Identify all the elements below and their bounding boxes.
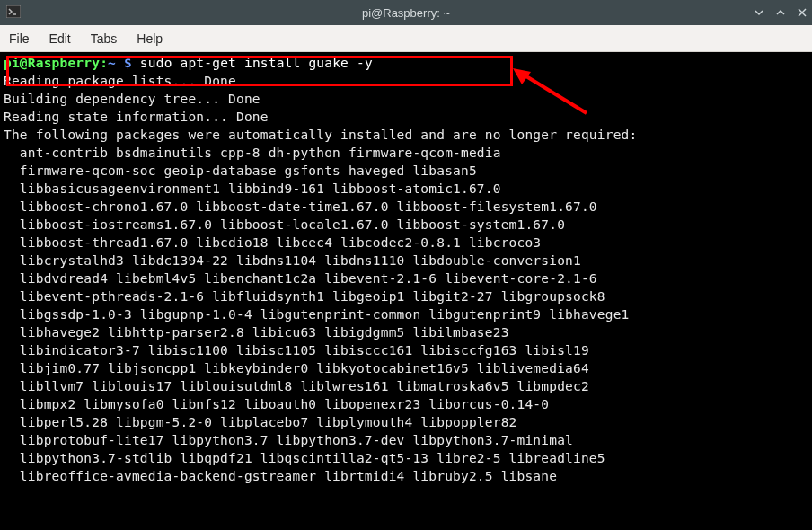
prompt-userhost: pi@Raspberry: [4, 56, 100, 70]
terminal-area[interactable]: pi@Raspberry:~ $ sudo apt-get install gu…: [0, 52, 812, 530]
prompt-path: ~: [108, 56, 116, 70]
svg-rect-0: [6, 5, 21, 18]
terminal-output: Reading package lists... Done Building d…: [4, 74, 637, 483]
menu-help[interactable]: Help: [137, 31, 163, 46]
menu-edit[interactable]: Edit: [49, 31, 71, 46]
prompt-dollar: $: [124, 56, 132, 70]
menubar: File Edit Tabs Help: [0, 25, 812, 52]
minimize-button[interactable]: [755, 6, 763, 20]
menu-file[interactable]: File: [9, 31, 30, 46]
prompt-colon: :: [100, 56, 108, 70]
maximize-button[interactable]: [776, 6, 785, 20]
prompt-command: sudo apt-get install guake -y: [140, 56, 373, 70]
terminal-icon: [5, 4, 22, 20]
close-button[interactable]: [798, 6, 807, 20]
window-titlebar: pi@Raspberry: ~: [0, 0, 812, 25]
menu-tabs[interactable]: Tabs: [91, 31, 118, 46]
window-title: pi@Raspberry: ~: [362, 6, 450, 20]
